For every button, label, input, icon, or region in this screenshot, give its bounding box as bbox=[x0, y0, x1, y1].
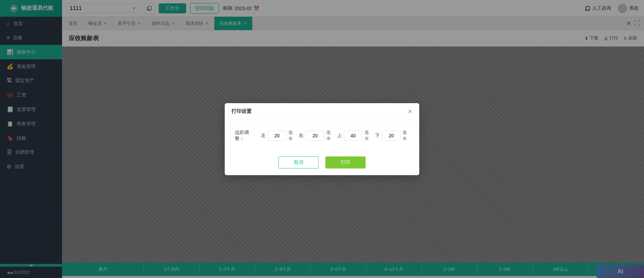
margin-row: 边距调整： 左 毫米 右 毫米 上 毫米 下 bbox=[235, 130, 409, 142]
right-unit: 毫米 bbox=[326, 130, 333, 142]
modal-header: 打印设置 ✕ bbox=[225, 103, 419, 120]
cancel-button[interactable]: 取消 bbox=[278, 156, 319, 168]
margin-top-group: 上 毫米 bbox=[337, 130, 371, 142]
right-margin-input[interactable] bbox=[306, 131, 324, 141]
margin-left-group: 左 毫米 bbox=[261, 130, 295, 142]
margin-bottom-group: 下 毫米 bbox=[375, 130, 409, 142]
margin-label: 边距调整： bbox=[235, 130, 257, 142]
modal-footer: 取消 打印 bbox=[225, 151, 419, 175]
top-unit: 毫米 bbox=[365, 130, 371, 142]
left-margin-input[interactable] bbox=[268, 131, 286, 141]
modal-body: 边距调整： 左 毫米 右 毫米 上 毫米 下 bbox=[225, 120, 419, 151]
bottom-unit: 毫米 bbox=[402, 130, 409, 142]
right-label: 右 bbox=[299, 133, 304, 139]
top-margin-input[interactable] bbox=[344, 131, 363, 141]
modal-close-button[interactable]: ✕ bbox=[408, 108, 413, 115]
bottom-margin-input[interactable] bbox=[382, 131, 400, 141]
left-label: 左 bbox=[261, 133, 266, 139]
print-settings-modal: 打印设置 ✕ 边距调整： 左 毫米 右 毫米 上 毫米 bbox=[225, 103, 419, 175]
print-confirm-button[interactable]: 打印 bbox=[325, 156, 366, 168]
top-label: 上 bbox=[337, 133, 342, 139]
margin-right-group: 右 毫米 bbox=[299, 130, 333, 142]
modal-title: 打印设置 bbox=[231, 108, 252, 115]
modal-overlay[interactable]: 打印设置 ✕ 边距调整： 左 毫米 右 毫米 上 毫米 bbox=[0, 0, 644, 278]
left-unit: 毫米 bbox=[288, 130, 295, 142]
bottom-label: 下 bbox=[375, 133, 380, 139]
